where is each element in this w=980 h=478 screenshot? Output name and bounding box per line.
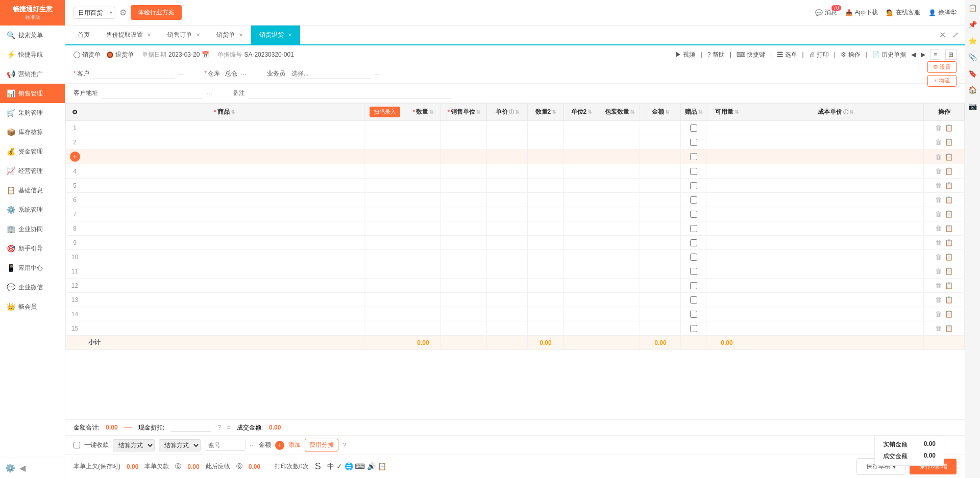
price-cell[interactable] (487, 164, 528, 179)
pack-qty-cell[interactable] (599, 250, 640, 264)
qty2-cell[interactable] (528, 307, 564, 321)
delete-icon[interactable]: 🗑 (935, 153, 942, 161)
available-cell[interactable] (706, 321, 747, 336)
product-cell[interactable] (84, 250, 364, 264)
pack-qty-cell[interactable] (599, 164, 640, 179)
gift-checkbox[interactable] (690, 268, 697, 275)
available-cell[interactable] (706, 250, 747, 264)
app-download-item[interactable]: 📥 App下载 (845, 8, 878, 17)
cost-price-info-icon[interactable]: ⓘ (843, 109, 848, 116)
action-view-list[interactable]: ≡ (930, 49, 940, 60)
unit-cell[interactable] (441, 279, 487, 293)
gift-cell[interactable] (681, 121, 706, 135)
notification-item[interactable]: 💬 消息 70 (815, 8, 837, 17)
qty2-cell[interactable] (528, 279, 564, 293)
amount-cell[interactable] (640, 293, 681, 307)
cost-price-cell[interactable] (747, 307, 924, 321)
pack-qty-cell[interactable] (599, 149, 640, 164)
action-operate[interactable]: ⚙ 操作 (841, 51, 860, 59)
gift-cell[interactable] (681, 221, 706, 236)
add-row-btn[interactable]: + (70, 152, 80, 162)
qty-cell[interactable] (405, 149, 441, 164)
col-scan[interactable]: 扫码录入 (364, 104, 405, 121)
qty-cell[interactable] (405, 293, 441, 307)
sidebar-item-guide[interactable]: 🎯 新手引导 (0, 239, 65, 258)
add-payment-btn[interactable]: + (275, 441, 284, 450)
radio-sales[interactable]: 销货单 (74, 51, 101, 59)
gift-checkbox[interactable] (690, 325, 697, 332)
delete-icon[interactable]: 🗑 (935, 324, 942, 332)
price-cell[interactable] (487, 307, 528, 321)
price-cell[interactable] (487, 121, 528, 135)
cost-price-cell[interactable] (747, 293, 924, 307)
amount-cell[interactable] (640, 236, 681, 250)
delete-icon[interactable]: 🗑 (935, 253, 942, 261)
unit2-cell[interactable] (564, 279, 599, 293)
sort-cost-icon[interactable]: ⇅ (849, 109, 853, 115)
sidebar-item-enterprise[interactable]: 🏢 企业协同 (0, 219, 65, 239)
gift-cell[interactable] (681, 135, 706, 149)
unit-cell[interactable] (441, 121, 487, 135)
action-help[interactable]: ? 帮助 (707, 51, 725, 59)
unit2-cell[interactable] (564, 293, 599, 307)
pack-qty-cell[interactable] (599, 236, 640, 250)
cost-price-cell[interactable] (747, 250, 924, 264)
copy-icon[interactable]: 📋 (945, 224, 953, 232)
warehouse-dots[interactable]: ··· (240, 70, 247, 78)
cost-price-cell[interactable] (747, 207, 924, 221)
col-settings[interactable]: ⚙ (66, 104, 84, 121)
qty-cell[interactable] (405, 135, 441, 149)
right-panel-icon-2[interactable]: 📌 (968, 20, 977, 29)
unit-cell[interactable] (441, 221, 487, 236)
cost-price-cell[interactable] (747, 321, 924, 336)
unit-cell[interactable] (441, 293, 487, 307)
cost-price-cell[interactable] (747, 193, 924, 207)
price-cell[interactable] (487, 264, 528, 279)
unit-cell[interactable] (441, 264, 487, 279)
qty-cell[interactable] (405, 279, 441, 293)
product-cell[interactable] (84, 321, 364, 336)
qty2-cell[interactable] (528, 207, 564, 221)
gift-cell[interactable] (681, 149, 706, 164)
unit2-cell[interactable] (564, 236, 599, 250)
qty2-cell[interactable] (528, 321, 564, 336)
qty-cell[interactable] (405, 121, 441, 135)
pack-qty-cell[interactable] (599, 279, 640, 293)
customer-input[interactable] (92, 68, 175, 79)
amount-cell[interactable] (640, 164, 681, 179)
settings-bottom-icon[interactable]: ⚙️ (5, 463, 15, 473)
available-cell[interactable] (706, 135, 747, 149)
salesperson-dots[interactable]: ··· (374, 70, 380, 78)
qty2-cell[interactable] (528, 149, 564, 164)
right-panel-icon-4[interactable]: 📎 (968, 53, 977, 61)
pack-qty-cell[interactable] (599, 307, 640, 321)
available-cell[interactable] (706, 293, 747, 307)
tab-price[interactable]: 售价提取设置 ✕ (98, 26, 159, 44)
pack-qty-cell[interactable] (599, 121, 640, 135)
delete-icon[interactable]: 🗑 (935, 167, 942, 175)
amount-cell[interactable] (640, 179, 681, 193)
amount-cell[interactable] (640, 250, 681, 264)
amount-cell[interactable] (640, 207, 681, 221)
unit2-cell[interactable] (564, 149, 599, 164)
unit-cell[interactable] (441, 149, 487, 164)
calendar-icon[interactable]: 📅 (202, 51, 209, 58)
copy-icon[interactable]: 📋 (945, 124, 953, 132)
action-view-grid[interactable]: ⊞ (945, 49, 957, 60)
tab-price-close[interactable]: ✕ (147, 32, 151, 38)
unit2-cell[interactable] (564, 207, 599, 221)
qty-cell[interactable] (405, 179, 441, 193)
qty2-cell[interactable] (528, 293, 564, 307)
gift-checkbox[interactable] (690, 211, 697, 218)
gift-checkbox[interactable] (690, 153, 697, 160)
delete-icon[interactable]: 🗑 (935, 124, 942, 132)
sidebar-item-marketing[interactable]: 📢 营销推广 (0, 64, 65, 84)
copy-icon[interactable]: 📋 (945, 267, 953, 275)
available-cell[interactable] (706, 179, 747, 193)
price-cell[interactable] (487, 135, 528, 149)
remark-input[interactable] (248, 88, 452, 98)
gift-cell[interactable] (681, 236, 706, 250)
copy-icon[interactable]: 📋 (945, 210, 953, 218)
copy-icon[interactable]: 📋 (945, 196, 953, 204)
qty2-cell[interactable] (528, 164, 564, 179)
